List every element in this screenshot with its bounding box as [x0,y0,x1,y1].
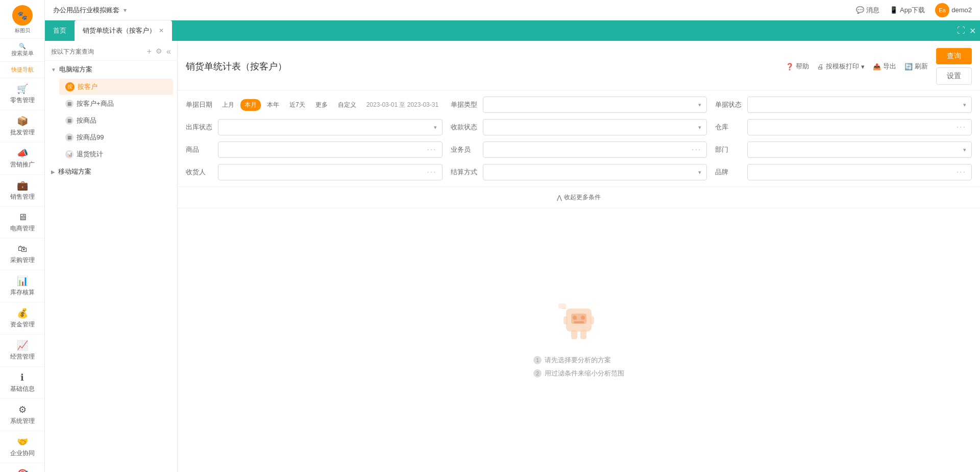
sidebar-logo: 🐾 标图贝 [0,0,44,39]
by-product-label: 按商品 [77,116,96,125]
settings-scheme-button[interactable]: ⚙ [156,47,162,56]
settlement-label: 结算方式 [451,168,479,177]
sidebar-item-wholesale[interactable]: 📦 批发管理 [0,110,44,143]
left-panel-header: 按以下方案查询 + ⚙ « [45,41,177,61]
inventory-icon: 📊 [17,275,28,287]
date-tab-this-year[interactable]: 本年 [263,99,283,111]
print-button[interactable]: 🖨 按模板打印 ▾ [817,62,865,71]
svg-rect-7 [571,330,577,339]
basic-icon: ℹ [20,372,24,383]
export-button[interactable]: 📤 导出 [873,62,896,71]
tree-desktop-children: 按 按客户 ▦ 按客户+商品 ▦ 按商品 ▦ 按商品99 [45,79,177,162]
collect-status-input[interactable]: ▾ [483,119,707,135]
tree-arrow-icon: ▼ [51,67,56,73]
query-button[interactable]: 查询 [936,48,972,64]
doc-type-arrow-icon: ▾ [698,102,701,108]
logo-text: 标图贝 [15,27,30,34]
header-dropdown-icon[interactable]: ▾ [124,7,127,14]
warehouse-dots-icon: ··· [957,123,966,132]
empty-tips: 1 请先选择要分析的方案 2 用过滤条件来缩小分析范围 [533,356,624,382]
tab-bar: 首页 销货单统计表（按客户） ✕ ⛶ ✕ [45,20,980,41]
tree-mobile-arrow-icon: ▶ [51,169,55,175]
tree-child-by-product-99[interactable]: ▦ 按商品99 [59,129,173,146]
receiver-label: 收货人 [186,168,214,177]
date-tab-custom[interactable]: 自定义 [334,99,360,111]
doc-type-input[interactable]: ▾ [483,97,707,113]
collapse-panel-button[interactable]: « [166,47,171,56]
message-button[interactable]: 💬 消息 [856,6,879,15]
add-scheme-button[interactable]: + [147,47,152,56]
tab-maximize-icon[interactable]: ⛶ [957,26,965,35]
date-range: 2023-03-01 至 2023-03-31 [366,101,438,109]
purchase-icon: 🛍 [18,244,27,254]
sidebar-item-inventory[interactable]: 📊 库存核算 [0,270,44,302]
tree-child-return-stat[interactable]: 📊 退货统计 [59,146,173,162]
department-filter-group: 部门 ▾ [715,141,972,158]
finance-icon: 💰 [17,308,28,319]
sales-icon: 💼 [17,180,28,191]
doc-status-input[interactable]: ▾ [747,97,972,113]
tree-mobile-toggle[interactable]: ▶ 移动端方案 [45,163,177,180]
collapse-conditions-button[interactable]: ⋀ 收起更多条件 [551,191,607,204]
page-title: 销货单统计表（按客户） [186,60,287,73]
receiver-input[interactable]: ··· [218,164,443,180]
settlement-arrow-icon: ▾ [698,169,701,176]
user-profile-button[interactable]: Ea demo2 [935,3,972,17]
sidebar-item-operation[interactable]: 📈 经营管理 [0,335,44,367]
sidebar-item-finance[interactable]: 💰 资金管理 [0,302,44,335]
receiver-dots-icon: ··· [427,168,436,177]
sidebar-item-sales[interactable]: 💼 销售管理 [0,175,44,207]
help-button[interactable]: ❓ 帮助 [786,62,809,71]
page-title-bar: 销货单统计表（按客户） ❓ 帮助 🖨 按模板打印 ▾ 📤 导出 [178,41,980,90]
warehouse-filter-group: 仓库 ··· [715,119,972,135]
newbie-icon: 🎯 [17,468,28,472]
receiver-filter-group: 收货人 ··· [186,164,443,180]
sidebar-item-cooperation[interactable]: 🤝 企业协同 [0,431,44,463]
product-input[interactable]: ··· [218,141,443,158]
warehouse-input[interactable]: ··· [747,119,972,135]
content-area: 按以下方案查询 + ⚙ « ▼ 电脑端方案 按 按客户 [45,41,980,472]
window-close-icon[interactable]: ✕ [969,26,976,36]
app-download-button[interactable]: 📱 App下载 [890,6,925,15]
header-left: 办公用品行业模拟账套 ▾ [53,6,127,15]
date-tab-more[interactable]: 更多 [311,99,332,111]
print-icon: 🖨 [817,63,824,70]
filter-area: 单据日期 上月 本月 本年 近7天 更多 自定义 2023-03-01 至 20… [178,90,980,187]
sidebar-item-system[interactable]: ⚙ 系统管理 [0,399,44,431]
salesperson-input[interactable]: ··· [483,141,707,158]
sidebar-item-quick-nav[interactable]: 快捷导航 [0,62,44,78]
sidebar-item-purchase[interactable]: 🛍 采购管理 [0,239,44,270]
tree-desktop-section: ▼ 电脑端方案 按 按客户 ▦ 按客户+商品 ▦ 按商品 [45,61,177,162]
tree-child-by-product[interactable]: ▦ 按商品 [59,112,173,129]
tree-child-by-customer[interactable]: 按 按客户 [59,79,173,95]
settlement-input[interactable]: ▾ [483,164,707,180]
export-icon: 📤 [873,63,881,70]
brand-label: 品牌 [715,168,743,177]
sidebar-item-search[interactable]: 🔍搜索菜单 [0,39,44,62]
refresh-button[interactable]: 🔄 刷新 [904,62,928,71]
tab-close-icon[interactable]: ✕ [159,27,164,34]
return-stat-icon: 📊 [65,150,74,158]
sidebar-item-newbie[interactable]: 🎯 新手引导 [0,463,44,472]
filter-row-3: 商品 ··· 业务员 ··· 部门 [186,141,972,158]
date-tab-last-7-days[interactable]: 近7天 [285,99,309,111]
tree-child-by-customer-product[interactable]: ▦ 按客户+商品 [59,96,173,112]
sidebar-item-ecommerce[interactable]: 🖥 电商管理 [0,207,44,239]
settings-button[interactable]: 设置 [936,67,972,85]
tree-mobile-label: 移动端方案 [58,167,91,176]
by-product-99-label: 按商品99 [77,133,104,142]
out-status-input[interactable]: ▾ [218,119,443,135]
tree-mobile-section: ▶ 移动端方案 [45,163,177,180]
tab-home[interactable]: 首页 [45,20,75,41]
date-tab-this-month[interactable]: 本月 [240,99,261,111]
date-tab-last-month[interactable]: 上月 [218,99,238,111]
tab-sales-stat[interactable]: 销货单统计表（按客户） ✕ [75,20,172,41]
brand-input[interactable]: ··· [747,164,972,180]
department-input[interactable]: ▾ [747,141,972,158]
doc-status-arrow-icon: ▾ [963,102,966,108]
sidebar-item-marketing[interactable]: 📣 营销推广 [0,143,44,175]
marketing-icon: 📣 [17,148,28,159]
sidebar-item-retail[interactable]: 🛒 零售管理 [0,78,44,110]
tree-desktop-toggle[interactable]: ▼ 电脑端方案 [45,61,177,78]
sidebar-item-basic[interactable]: ℹ 基础信息 [0,367,44,399]
